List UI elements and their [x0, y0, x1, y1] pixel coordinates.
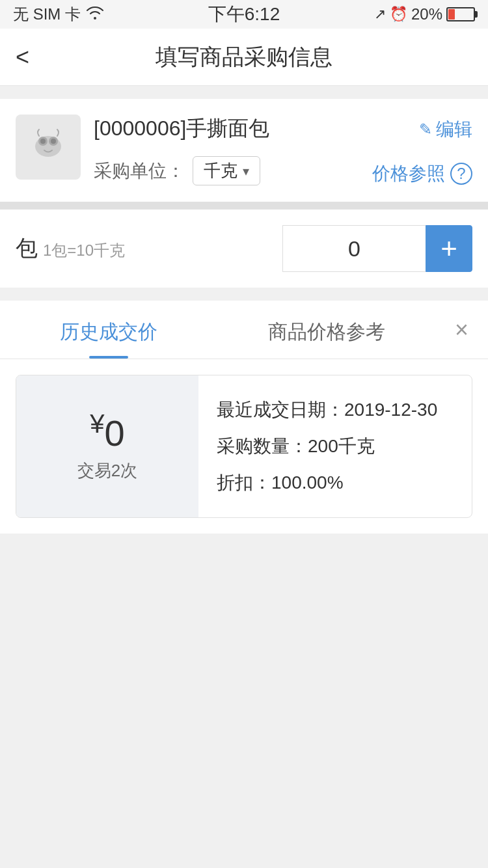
page-title: 填写商品采购信息 — [156, 42, 332, 72]
svg-point-4 — [51, 139, 56, 144]
back-button[interactable]: < — [16, 44, 29, 71]
product-info: [0000006]手撕面包 采购单位： 千克 ▾ — [94, 115, 269, 185]
recent-date-value: 2019-12-30 — [344, 400, 437, 420]
product-header: [0000006]手撕面包 采购单位： 千克 ▾ ✎ 编辑 价格参照 ? — [16, 115, 472, 186]
section-divider — [0, 202, 488, 210]
tab-section: 历史成交价 商品价格参考 × ¥0 交易2次 最近成交日期：2019-12-30… — [0, 301, 488, 534]
history-price-value: ¥0 — [90, 411, 124, 452]
quantity-plus-button[interactable]: + — [426, 225, 472, 272]
carrier-label: 无 SIM 卡 — [13, 4, 81, 25]
svg-point-3 — [40, 139, 46, 144]
purchase-qty-row: 采购数量：200千克 — [217, 433, 454, 460]
status-left: 无 SIM 卡 — [13, 4, 104, 25]
status-time: 下午6:12 — [208, 2, 280, 27]
price-ref-button[interactable]: 价格参照 ? — [372, 161, 472, 186]
history-details-section: 最近成交日期：2019-12-30 采购数量：200千克 折扣：100.00% — [198, 375, 472, 517]
purchase-qty-value: 200千克 — [308, 436, 375, 456]
history-price-section: ¥0 交易2次 — [16, 375, 198, 517]
tab-close-button[interactable]: × — [435, 303, 488, 357]
battery-percent: 20% — [411, 5, 442, 23]
location-icon: ↗ — [374, 6, 386, 23]
discount-label: 折扣： — [217, 472, 271, 493]
price-ref-label: 价格参照 — [372, 161, 445, 186]
quantity-conversion: 1包=10千克 — [43, 240, 125, 261]
unit-selector[interactable]: 千克 ▾ — [193, 156, 260, 185]
product-logo-icon — [27, 123, 69, 172]
quantity-input[interactable]: 0 — [282, 225, 426, 272]
nav-bar: < 填写商品采购信息 — [0, 29, 488, 86]
wifi-icon — [86, 5, 104, 23]
alarm-icon: ⏰ — [390, 6, 407, 23]
product-thumbnail — [16, 115, 81, 180]
quantity-label: 包 1包=10千克 — [16, 234, 125, 264]
history-card: ¥0 交易2次 最近成交日期：2019-12-30 采购数量：200千克 折扣：… — [16, 375, 472, 518]
edit-button[interactable]: ✎ 编辑 — [419, 117, 472, 142]
product-unit-row: 采购单位： 千克 ▾ — [94, 156, 269, 185]
purchase-qty-label: 采购数量： — [217, 436, 308, 456]
unit-value: 千克 — [204, 159, 237, 182]
product-card: [0000006]手撕面包 采购单位： 千克 ▾ ✎ 编辑 价格参照 ? — [0, 99, 488, 202]
product-left: [0000006]手撕面包 采购单位： 千克 ▾ — [16, 115, 269, 185]
quantity-unit: 包 — [16, 234, 38, 264]
unit-label: 采购单位： — [94, 159, 185, 183]
unit-arrow-icon: ▾ — [243, 163, 249, 179]
help-icon: ? — [450, 163, 472, 185]
price-number: 0 — [105, 413, 125, 454]
recent-date-label: 最近成交日期： — [217, 400, 344, 420]
quantity-input-group: 0 + — [282, 225, 472, 272]
tab-header: 历史成交价 商品价格参考 × — [0, 301, 488, 359]
currency-symbol: ¥ — [90, 409, 104, 438]
quantity-row: 包 1包=10千克 0 + — [0, 210, 488, 288]
history-transaction-count: 交易2次 — [77, 459, 137, 482]
edit-icon: ✎ — [419, 120, 432, 139]
status-bar: 无 SIM 卡 下午6:12 ↗ ⏰ 20% — [0, 0, 488, 29]
discount-row: 折扣：100.00% — [217, 469, 454, 496]
tab-product-price-ref[interactable]: 商品价格参考 — [217, 301, 435, 359]
bottom-area — [0, 534, 488, 868]
tab-content: ¥0 交易2次 最近成交日期：2019-12-30 采购数量：200千克 折扣：… — [0, 359, 488, 534]
status-right: ↗ ⏰ 20% — [374, 5, 475, 23]
battery-icon — [446, 7, 475, 21]
tab-history-price[interactable]: 历史成交价 — [0, 301, 217, 359]
recent-date-row: 最近成交日期：2019-12-30 — [217, 396, 454, 424]
discount-value: 100.00% — [271, 472, 344, 493]
product-name: [0000006]手撕面包 — [94, 115, 269, 143]
edit-label: 编辑 — [436, 117, 472, 142]
